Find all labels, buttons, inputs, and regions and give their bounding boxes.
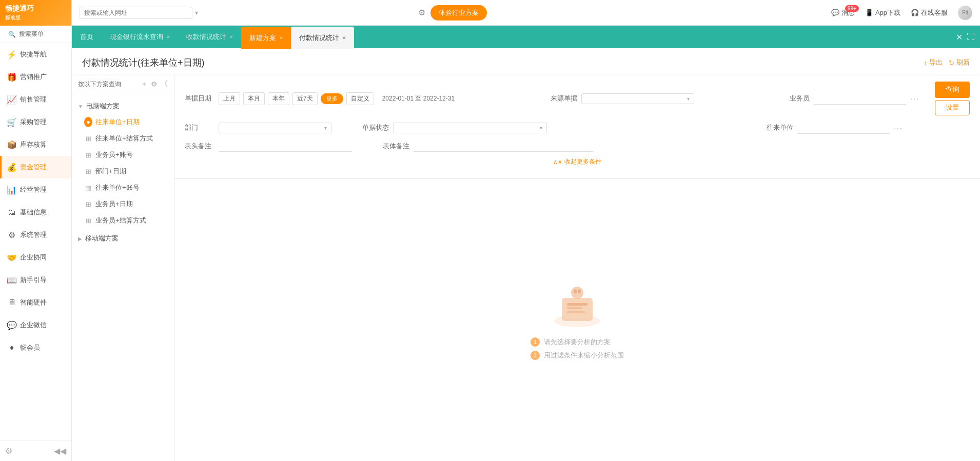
page-body: 按以下方案查询 ＋ ⚙ 《 ▼ 电脑端方案 ●	[72, 74, 980, 461]
gear-icon[interactable]: ⚙	[418, 8, 425, 17]
tab-payment-label: 付款情况统计	[299, 33, 339, 43]
guide-label: 新手引导	[20, 275, 47, 285]
body-note-input[interactable]	[414, 140, 593, 152]
sales-icon: 📈	[7, 94, 17, 105]
staff-label: 业务员	[790, 94, 810, 103]
quick-nav-icon: ⚡	[7, 49, 17, 59]
mobile-section[interactable]: ▶ 移动端方案	[72, 231, 174, 246]
sidebar-item-member[interactable]: ♦ 畅会员	[0, 336, 71, 359]
tab-receipts-close[interactable]: ×	[229, 33, 233, 41]
sidebar-item-hardware[interactable]: 🖥 智能硬件	[0, 291, 71, 314]
sidebar-item-purchase[interactable]: 🛒 采购管理	[0, 111, 71, 133]
sidebar-item-quick-nav[interactable]: ⚡ 快捷导航	[0, 43, 71, 66]
scheme-item-partner-settle[interactable]: ⊞ 往来单位+结算方式	[72, 130, 174, 147]
sidebar-item-basic[interactable]: 🗂 基础信息	[0, 201, 71, 224]
page-content: 付款情况统计(往来单位+日期) ↑ 导出 ↻ 刷新 按以下方案查询 ＋ ⚙	[72, 48, 980, 461]
desktop-section-header[interactable]: ▼ 电脑端方案	[72, 98, 174, 114]
search-menu-item[interactable]: 🔍 搜索菜单	[0, 26, 71, 43]
svg-rect-4	[567, 307, 582, 309]
purchase-label: 采购管理	[20, 117, 47, 127]
member-label: 畅会员	[20, 343, 40, 352]
topbar-right: 💬 消息 99+ 📱 App下载 🎧 在线客服 Rit	[831, 6, 972, 20]
sidebar-item-marketing[interactable]: 🎁 营销推广	[0, 66, 71, 88]
address-input[interactable]	[80, 7, 192, 19]
scheme-panel-header: 按以下方案查询 ＋ ⚙ 《	[72, 74, 174, 94]
svg-rect-3	[567, 303, 587, 306]
sidebar-item-guide[interactable]: 📖 新手引导	[0, 269, 71, 291]
scheme-item-partner-date[interactable]: ● 往来单位+日期	[72, 114, 174, 130]
setting-button[interactable]: 设置	[935, 100, 970, 115]
tab-new[interactable]: 新建方案 ×	[241, 27, 291, 49]
tab-home-label: 首页	[80, 32, 93, 42]
staff-dots-icon[interactable]: ···	[910, 94, 919, 103]
finance-label: 资金管理	[20, 163, 47, 172]
btn-custom[interactable]: 自定义	[346, 92, 374, 105]
sidebar-item-enterprise[interactable]: 🤝 企业协同	[0, 246, 71, 269]
basic-label: 基础信息	[20, 208, 47, 217]
tab-receipts[interactable]: 收款情况统计 ×	[178, 26, 241, 48]
btn-this-month[interactable]: 本月	[243, 92, 265, 105]
mobile-arrow-icon: ▶	[78, 236, 82, 242]
enterprise-icon: 🤝	[7, 252, 17, 263]
export-button[interactable]: ↑ 导出	[924, 58, 943, 67]
date-range-display: 2022-01-01 至 2022-12-31	[382, 94, 455, 103]
tab-new-close[interactable]: ×	[279, 34, 283, 42]
app-download-item[interactable]: 📱 App下载	[865, 8, 900, 17]
refresh-button[interactable]: ↻ 刷新	[949, 58, 970, 67]
header-note-label: 表头备注	[185, 142, 213, 151]
collapse-label: 收起更多条件	[564, 157, 601, 166]
collapse-sidebar-icon[interactable]: ◀◀	[54, 446, 66, 456]
voucher-status-select[interactable]: ▾	[393, 123, 547, 133]
scheme-partner-account-label: 往来单位+账号	[95, 183, 140, 192]
sidebar-item-system[interactable]: ⚙ 系统管理	[0, 224, 71, 246]
header-note-input[interactable]	[219, 140, 352, 152]
sidebar-item-inventory[interactable]: 📦 库存核算	[0, 133, 71, 156]
query-button[interactable]: 查询	[935, 82, 970, 98]
trial-button[interactable]: 体验行业方案	[430, 5, 487, 21]
scheme-item-staff-settle[interactable]: ⊞ 业务员+结算方式	[72, 212, 174, 229]
btn-last-7days[interactable]: 近7天	[292, 92, 318, 105]
tab-payment-close[interactable]: ×	[342, 34, 346, 42]
sidebar-item-operations[interactable]: 📊 经营管理	[0, 178, 71, 201]
sidebar-item-finance[interactable]: 💰 资金管理	[0, 156, 71, 178]
close-tab-icon[interactable]: ✕	[956, 32, 963, 42]
app-logo: 畅捷通巧 标准版	[0, 0, 71, 26]
tab-payment[interactable]: 付款情况统计 ×	[291, 27, 354, 49]
partner-input[interactable]	[797, 124, 890, 131]
sidebar-item-sales[interactable]: 📈 销售管理	[0, 88, 71, 111]
partner-dots-icon[interactable]: ···	[894, 124, 903, 132]
tab-home[interactable]: 首页	[72, 26, 102, 48]
date-label: 单据日期	[185, 94, 213, 103]
tab-bank-close[interactable]: ×	[166, 33, 170, 41]
scheme-item-dept-date[interactable]: ⊞ 部门+日期	[72, 163, 174, 179]
address-dropdown-icon[interactable]: ▾	[195, 9, 198, 16]
dept-select[interactable]: ▾	[219, 123, 331, 133]
voucher-status-dropdown-icon: ▾	[540, 125, 542, 131]
source-select[interactable]: ▾	[581, 93, 694, 104]
empty-text-list: 1 请先选择要分析的方案 2 用过滤条件来缩小分析范围	[531, 337, 624, 360]
scheme-item-staff-account[interactable]: ⊞ 业务员+账号	[72, 147, 174, 163]
collapse-button[interactable]: ∧∧ 收起更多条件	[185, 152, 970, 171]
operations-icon: 📊	[7, 185, 17, 195]
btn-this-year[interactable]: 本年	[268, 92, 289, 105]
maximize-icon[interactable]: ⛶	[967, 32, 975, 42]
online-service-item[interactable]: 🎧 在线客服	[911, 8, 948, 17]
add-scheme-icon[interactable]: ＋	[141, 79, 148, 89]
settings-footer-icon[interactable]: ⚙	[5, 446, 12, 456]
avatar[interactable]: Rit	[958, 6, 972, 20]
scheme-item-staff-date[interactable]: ⊞ 业务员+日期	[72, 196, 174, 212]
download-icon: 📱	[865, 9, 873, 16]
scheme-item-partner-account[interactable]: ▦ 往来单位+账号	[72, 179, 174, 196]
source-label: 来源单据	[551, 94, 577, 103]
staff-input[interactable]	[814, 95, 906, 102]
notifications-item[interactable]: 💬 消息 99+	[831, 8, 855, 17]
collapse-scheme-icon[interactable]: 《	[161, 79, 168, 89]
btn-more[interactable]: 更多	[321, 93, 343, 104]
tab-bank[interactable]: 现金银行流水查询 ×	[102, 26, 178, 48]
source-dropdown-icon: ▾	[687, 96, 690, 102]
settings-scheme-icon[interactable]: ⚙	[151, 80, 158, 88]
step-2-circle: 2	[531, 351, 540, 360]
sidebar-item-wechat[interactable]: 💬 企业微信	[0, 314, 71, 336]
btn-last-month[interactable]: 上月	[219, 92, 240, 105]
tabbar-actions: ✕ ⛶	[956, 32, 980, 42]
